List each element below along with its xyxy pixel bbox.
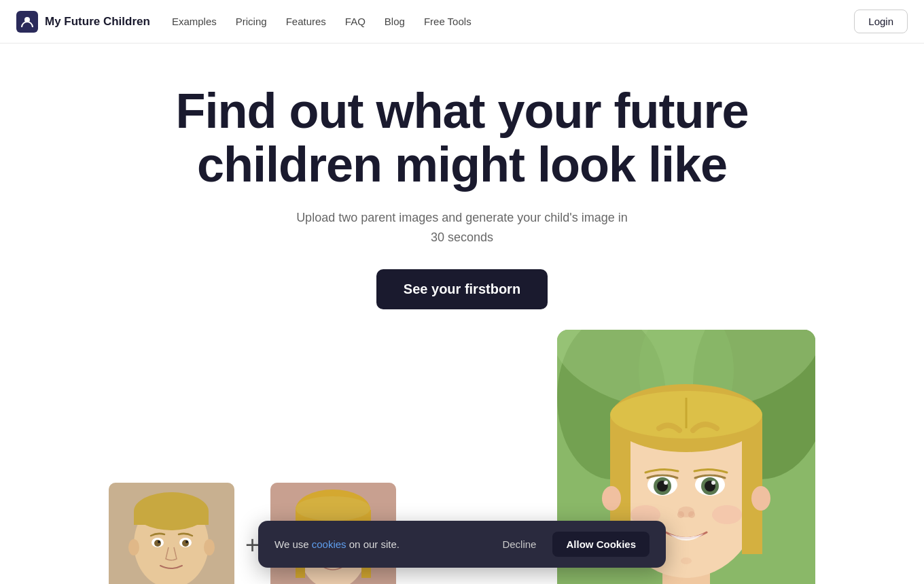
brand-name: My Future Children — [45, 15, 150, 29]
cookie-link[interactable]: cookies — [312, 538, 346, 550]
svg-point-11 — [185, 540, 188, 543]
svg-point-10 — [158, 540, 160, 543]
svg-rect-39 — [742, 418, 762, 554]
cookie-banner: We use cookies on our site. Decline Allo… — [258, 521, 666, 568]
svg-point-12 — [128, 539, 139, 555]
cookie-text: We use cookies on our site. — [274, 538, 472, 550]
svg-point-8 — [154, 540, 161, 547]
cookie-message-prefix: We use — [274, 538, 312, 550]
svg-point-51 — [711, 481, 715, 485]
svg-point-54 — [688, 511, 695, 518]
svg-point-57 — [681, 557, 692, 564]
cookie-message-suffix: on our site. — [346, 538, 399, 550]
nav-faq[interactable]: FAQ — [345, 16, 366, 27]
cta-button[interactable]: See your firstborn — [376, 269, 548, 309]
nav-free-tools[interactable]: Free Tools — [424, 16, 472, 27]
allow-cookies-button[interactable]: Allow Cookies — [552, 532, 650, 557]
nav-blog[interactable]: Blog — [385, 16, 405, 27]
nav-examples[interactable]: Examples — [172, 16, 217, 27]
svg-point-56 — [712, 505, 742, 524]
brand-logo[interactable]: My Future Children — [16, 11, 150, 33]
svg-point-43 — [751, 486, 770, 511]
nav-links: Examples Pricing Features FAQ Blog Free … — [172, 16, 472, 28]
hero-subtitle: Upload two parent images and generate yo… — [292, 208, 632, 247]
hero-section: Find out what your future children might… — [0, 44, 924, 309]
svg-point-50 — [664, 481, 668, 485]
svg-point-20 — [296, 496, 370, 521]
brand-icon — [16, 11, 38, 33]
plus-operator: + — [245, 531, 260, 560]
svg-point-42 — [602, 486, 621, 511]
nav-pricing[interactable]: Pricing — [236, 16, 267, 27]
svg-rect-5 — [134, 511, 209, 525]
nav-features[interactable]: Features — [286, 16, 326, 27]
cookie-actions: Decline Allow Cookies — [494, 532, 650, 557]
svg-point-13 — [204, 539, 215, 555]
decline-button[interactable]: Decline — [494, 533, 544, 555]
svg-point-9 — [182, 540, 189, 547]
svg-point-53 — [677, 511, 684, 518]
login-button[interactable]: Login — [854, 10, 908, 33]
parent-male-photo — [109, 483, 234, 584]
hero-title: Find out what your future children might… — [156, 84, 768, 192]
navbar: My Future Children Examples Pricing Feat… — [0, 0, 924, 44]
